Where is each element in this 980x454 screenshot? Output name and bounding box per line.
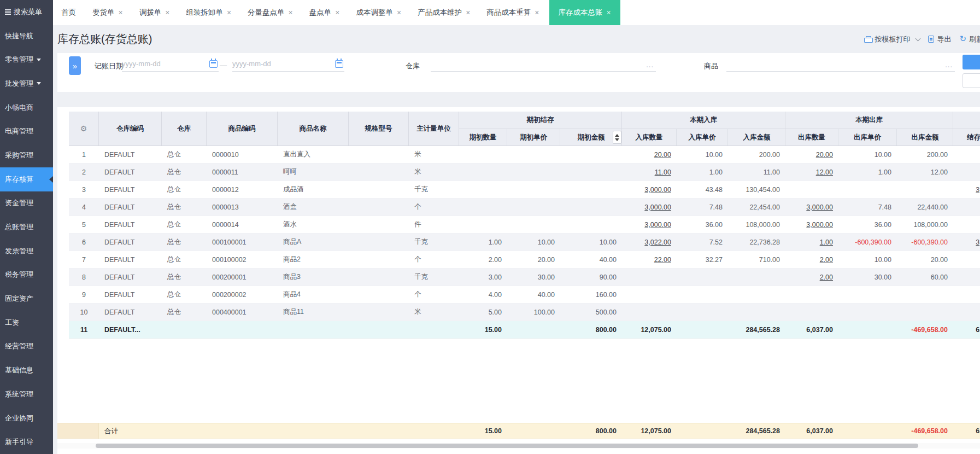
sort-spinner[interactable] — [613, 131, 621, 144]
h-scrollbar[interactable] — [57, 443, 980, 449]
close-icon[interactable]: × — [535, 9, 539, 16]
header-cell-spec[interactable]: 规格型号 — [349, 112, 409, 145]
date-start-input[interactable] — [122, 56, 219, 71]
sidebar-item-9[interactable]: 总账管理 — [0, 215, 53, 239]
tab-4[interactable]: 分量盘点单× — [248, 8, 293, 18]
primary-action-button[interactable] — [963, 55, 980, 69]
product-input[interactable] — [726, 56, 955, 71]
sort-down-icon[interactable] — [615, 138, 619, 141]
tab-1[interactable]: 要货单× — [92, 8, 123, 18]
secondary-action-button[interactable] — [963, 73, 980, 88]
chevron-down-icon[interactable] — [916, 36, 921, 41]
cell-amt_out: 12.00 — [897, 164, 953, 181]
sidebar-item-17[interactable]: 企业协同 — [0, 406, 53, 430]
sidebar-item-13[interactable]: 工资 — [0, 311, 53, 335]
drill-link[interactable]: 11.00 — [655, 168, 671, 176]
drill-link[interactable]: 3,022.00 — [976, 238, 980, 246]
drill-link[interactable]: 3,000.00 — [806, 203, 833, 211]
sidebar-item-14[interactable]: 经营管理 — [0, 335, 53, 359]
close-icon[interactable]: × — [119, 9, 123, 16]
close-icon[interactable]: × — [227, 9, 231, 16]
cell-amt_in — [728, 286, 785, 303]
drill-link[interactable]: 3,000.00 — [644, 221, 671, 229]
cell-value: 500.00 — [596, 309, 617, 316]
cell-price_out — [838, 286, 897, 303]
warehouse-input[interactable] — [431, 56, 656, 71]
sidebar-item-11[interactable]: 税务管理 — [0, 263, 53, 287]
tab-9[interactable]: 库存成本总账× — [549, 0, 620, 25]
sidebar-item-7[interactable]: 库存核算 — [0, 167, 53, 191]
header-cell-name[interactable]: 商品名称 — [278, 112, 349, 145]
close-icon[interactable]: × — [165, 9, 169, 16]
tab-6[interactable]: 成本调整单× — [356, 8, 401, 18]
header-cell-wh_code[interactable]: 仓库编码 — [99, 112, 162, 145]
drill-link[interactable]: 3,000.00 — [976, 186, 980, 194]
close-icon[interactable]: × — [607, 9, 611, 16]
date-end-input[interactable] — [232, 56, 344, 71]
header-cell-unit[interactable]: 主计量单位 — [409, 112, 459, 145]
drill-link[interactable]: 3,000.00 — [644, 203, 671, 211]
close-icon[interactable]: × — [397, 9, 401, 16]
sidebar-item-8[interactable]: 资金管理 — [0, 191, 53, 216]
drill-link[interactable]: 3,022.00 — [644, 238, 671, 246]
gear-icon[interactable]: ⚙ — [80, 124, 87, 133]
header-cell-qty_out[interactable]: 出库数量 — [785, 129, 838, 145]
header-cell-num[interactable]: ⚙ — [69, 112, 99, 145]
sidebar-item-1[interactable]: 快捷导航 — [0, 24, 53, 48]
tab-3[interactable]: 组装拆卸单× — [186, 8, 231, 18]
warehouse-picker-button[interactable]: ... — [646, 61, 654, 69]
drill-link[interactable]: 20.00 — [816, 151, 833, 159]
collapse-filter-button[interactable]: » — [69, 56, 81, 75]
header-cell-wh[interactable]: 仓库 — [162, 112, 207, 145]
sidebar-item-10[interactable]: 发票管理 — [0, 239, 53, 263]
header-cell-amt_in[interactable]: 入库金额 — [728, 129, 785, 145]
drill-link[interactable]: 12.00 — [816, 168, 833, 176]
sidebar-item-4[interactable]: 小畅电商 — [0, 96, 53, 120]
cell-amt_out: -469,658.00 — [897, 321, 953, 338]
header-cell-price0[interactable]: 期初单价 — [507, 129, 560, 145]
drill-link[interactable]: 2.00 — [820, 256, 833, 264]
close-icon[interactable]: × — [335, 9, 339, 16]
calendar-icon[interactable] — [209, 60, 218, 68]
header-cell-bal_qty[interactable]: 结存数量 — [953, 129, 980, 145]
header-cell-qty0[interactable]: 期初数量 — [459, 129, 507, 145]
drill-link[interactable]: 3,000.00 — [644, 186, 671, 194]
drill-link[interactable]: 2.00 — [820, 273, 833, 281]
sidebar-item-12[interactable]: 固定资产 — [0, 287, 53, 311]
drill-link[interactable]: 3,000.00 — [806, 221, 833, 229]
total-cell-qty0: 15.00 — [459, 423, 507, 439]
drill-link[interactable]: 20.00 — [654, 151, 671, 159]
product-picker-button[interactable]: ... — [945, 61, 953, 69]
header-cell-code[interactable]: 商品编码 — [207, 112, 278, 145]
tab-5[interactable]: 盘点单× — [309, 8, 340, 18]
sidebar-item-2[interactable]: 零售管理 — [0, 48, 53, 72]
warehouse-label: 仓库 — [406, 61, 420, 71]
refresh-button[interactable]: ↻ 刷新 — [959, 34, 980, 44]
h-scrollbar-thumb[interactable] — [96, 444, 918, 448]
calendar-icon[interactable] — [335, 60, 343, 68]
close-icon[interactable]: × — [466, 9, 470, 16]
sidebar-item-15[interactable]: 基础信息 — [0, 358, 53, 382]
tab-8[interactable]: 商品成本重算× — [486, 8, 539, 18]
drill-link[interactable]: 1.00 — [820, 238, 833, 246]
header-cell-price_out[interactable]: 出库单价 — [838, 129, 897, 145]
drill-link[interactable]: 22.00 — [654, 256, 671, 264]
cell-amt_out: 60.00 — [897, 269, 953, 286]
tab-0[interactable]: 首页 — [61, 8, 76, 18]
header-cell-price_in[interactable]: 入库单价 — [677, 129, 728, 145]
close-icon[interactable]: × — [289, 9, 293, 16]
sidebar-item-0[interactable]: 搜索菜单 — [0, 0, 53, 24]
sidebar-item-16[interactable]: 系统管理 — [0, 382, 53, 406]
print-by-template-button[interactable]: 按模板打印 — [864, 34, 920, 44]
tab-2[interactable]: 调拨单× — [139, 8, 170, 18]
sidebar-item-5[interactable]: 电商管理 — [0, 119, 53, 143]
sort-up-icon[interactable] — [615, 134, 619, 137]
header-cell-amt_out[interactable]: 出库金额 — [897, 129, 953, 145]
header-cell-amt0[interactable]: 期初金额 — [560, 129, 622, 145]
sidebar-item-3[interactable]: 批发管理 — [0, 72, 53, 96]
export-button[interactable]: 导出 — [928, 34, 951, 44]
tab-7[interactable]: 产品成本维护× — [418, 8, 470, 18]
sidebar-item-6[interactable]: 采购管理 — [0, 143, 53, 167]
sidebar-item-18[interactable]: 新手引导 — [0, 430, 53, 454]
header-cell-qty_in[interactable]: 入库数量 — [622, 129, 677, 145]
